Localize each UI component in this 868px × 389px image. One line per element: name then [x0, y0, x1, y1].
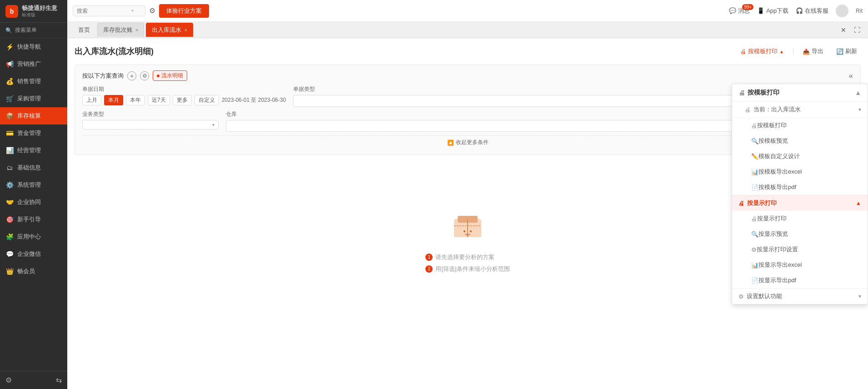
dropdown-template-customize[interactable]: ✏️ 模板自定义设计 [732, 149, 868, 164]
date-btn-last-month[interactable]: 上月 [82, 95, 101, 105]
sidebar-item-marketing[interactable]: 📢 营销推广 [0, 55, 67, 73]
dropdown-template-preview[interactable]: 🔍 按模板预览 [732, 133, 868, 149]
topbar-gear-icon[interactable]: ⚙ [149, 6, 155, 15]
sidebar-item-system[interactable]: ⚙️ 系统管理 [0, 176, 67, 194]
sidebar-item-member[interactable]: 👑 畅会员 [0, 263, 67, 280]
date-btn-custom[interactable]: 自定义 [195, 95, 219, 105]
dropdown-display-export-excel[interactable]: 📊 按显示导出excel [732, 257, 868, 273]
divider1 [793, 48, 793, 55]
sidebar-item-label: 库存核算 [17, 112, 41, 120]
purchase-icon: 🛒 [5, 95, 14, 102]
empty-step-1: 1 请先选择要分析的方案 [425, 251, 509, 263]
sidebar-search-item[interactable]: 🔍 搜索菜单 [0, 23, 67, 38]
dropdown-footer[interactable]: ⚙ 设置默认功能 ▾ [732, 288, 868, 304]
trial-btn[interactable]: 体验行业方案 [159, 4, 209, 18]
topbar-search-box[interactable]: ▾ [73, 5, 145, 16]
online-service-item[interactable]: 🎧 在线客服 [796, 7, 828, 15]
sidebar-item-enterprise-wechat[interactable]: 💬 企业微信 [0, 245, 67, 263]
window-controls: ✕ ⛶ [838, 25, 863, 35]
display-print-label: 按显示打印 [757, 214, 787, 223]
sidebar-item-label: 营销推广 [17, 60, 41, 68]
search-icon: 🔍 [5, 27, 12, 34]
dropdown-display-preview[interactable]: 🔍 按显示预览 [732, 226, 868, 242]
dropdown-template-export-pdf[interactable]: 📄 按模板导出pdf [732, 180, 868, 195]
dropdown-title: 按模板打印 [748, 89, 779, 97]
sidebar-item-label: 企业微信 [17, 250, 41, 258]
template-preview-label: 按模板预览 [758, 137, 788, 145]
filter-header: 按以下方案查询 + ⚙ 流水明细 « [82, 70, 853, 81]
app-download-item[interactable]: 📱 App下载 [757, 7, 788, 15]
filter-item-biz-type: 业务类型 ▾ [82, 110, 219, 130]
export-btn[interactable]: 📤 导出 [799, 45, 827, 57]
basic-icon: 🗂 [5, 164, 14, 171]
svg-point-5 [470, 230, 472, 232]
date-btn-more[interactable]: 更多 [173, 95, 192, 105]
tab-inventory-batch[interactable]: 库存批次账 × [97, 23, 144, 37]
sidebar-item-basic[interactable]: 🗂 基础信息 [0, 159, 67, 176]
dropdown-current-template[interactable]: 🖨 当前：出入库流水 ▾ [732, 102, 868, 118]
sidebar-item-label: 应用中心 [17, 233, 41, 241]
print-btn-label: 按模板打印 [748, 47, 778, 55]
tab-inventory-flow[interactable]: 出入库流水 × [146, 23, 193, 37]
sidebar-item-purchase[interactable]: 🛒 采购管理 [0, 90, 67, 107]
refresh-btn-label: 刷新 [845, 47, 857, 55]
sidebar-item-enterprise-collab[interactable]: 🤝 企业协同 [0, 194, 67, 211]
topbar-search-input[interactable] [77, 8, 131, 14]
dropdown-collapse-icon[interactable]: ▲ [855, 89, 861, 96]
print-dropdown-panel: 🖨 按模板打印 ▲ 🖨 当前：出入库流水 ▾ 🖨 按模板打印 🔍 [732, 84, 868, 304]
filter-add-btn[interactable]: + [127, 71, 136, 80]
export-btn-label: 导出 [812, 47, 823, 55]
sidebar-settings-icon[interactable]: ⚙ [5, 376, 12, 384]
sidebar-item-app-center[interactable]: 🧩 应用中心 [0, 228, 67, 245]
dropdown-display-section[interactable]: 🖨 按显示打印 ▲ [732, 195, 868, 211]
tab-inventory-flow-close[interactable]: × [184, 27, 187, 33]
app-download-label: App下载 [766, 7, 788, 15]
refresh-btn[interactable]: 🔄 刷新 [833, 45, 861, 57]
username-label: Rit [856, 8, 863, 14]
refresh-icon: 🔄 [836, 48, 843, 55]
sidebar-item-inventory[interactable]: 📦 库存核算 [0, 107, 67, 125]
tab-home[interactable]: 首页 [73, 23, 95, 37]
date-btn-this-month[interactable]: 本月 [104, 95, 123, 105]
display-export-excel-label: 按显示导出excel [758, 261, 802, 269]
sidebar-search-label: 搜索菜单 [15, 26, 37, 34]
operations-icon: 📊 [5, 147, 14, 154]
print-btn[interactable]: 🖨 按模板打印 ▲ [737, 45, 788, 57]
dropdown-template-export-excel[interactable]: 📊 按模板导出excel [732, 164, 868, 180]
sidebar-item-sales[interactable]: 💰 销售管理 [0, 73, 67, 90]
user-avatar[interactable] [836, 5, 848, 17]
print-chevron-up-icon: ▲ [779, 49, 784, 54]
sidebar-item-label: 基础信息 [17, 164, 41, 172]
sidebar-item-operations[interactable]: 📊 经营管理 [0, 142, 67, 159]
online-service-label: 在线客服 [805, 7, 828, 15]
dropdown-display-print[interactable]: 🖨 按显示打印 [732, 211, 868, 226]
sidebar-item-finance[interactable]: 💳 资金管理 [0, 125, 67, 142]
filter-gear-icon: ⚙ [142, 73, 147, 79]
close-icon[interactable]: ✕ [838, 25, 849, 35]
display-preview-icon: 🔍 [751, 231, 758, 238]
export-icon: 📤 [803, 48, 810, 55]
dropdown-display-export-pdf[interactable]: 📄 按显示导出pdf [732, 273, 868, 288]
date-label: 单据日期 [82, 85, 286, 93]
expand-icon[interactable]: ⛶ [852, 25, 863, 35]
dropdown-display-print-settings[interactable]: ⚙ 按显示打印设置 [732, 242, 868, 257]
sidebar-toggle-icon[interactable]: ⇆ [56, 376, 62, 384]
dropdown-template-print[interactable]: 🖨 按模板打印 [732, 118, 868, 133]
date-btn-7days[interactable]: 近7天 [148, 95, 170, 105]
sidebar-item-guide[interactable]: 🎯 新手引导 [0, 211, 67, 228]
biz-type-label: 业务类型 [82, 110, 219, 118]
edition-label: 标准版 [22, 12, 57, 18]
filter-gear-btn[interactable]: ⚙ [140, 71, 149, 80]
biz-type-select[interactable]: ▾ [82, 120, 219, 130]
collab-icon: 🤝 [5, 199, 14, 206]
message-badge-item[interactable]: 💬 消息 99+ [729, 7, 750, 15]
sales-icon: 💰 [5, 78, 14, 85]
watermark-tag[interactable]: 流水明细 [153, 70, 187, 81]
tab-inventory-batch-close[interactable]: × [135, 27, 138, 33]
filter-collapse-btn[interactable]: « [849, 72, 853, 80]
sidebar-item-label: 经营管理 [17, 146, 41, 155]
date-btn-this-year[interactable]: 本年 [126, 95, 145, 105]
sidebar-item-quick-nav[interactable]: ⚡ 快捷导航 [0, 38, 67, 55]
headset-icon: 🎧 [796, 7, 803, 14]
app-logo-icon: b [5, 5, 18, 18]
